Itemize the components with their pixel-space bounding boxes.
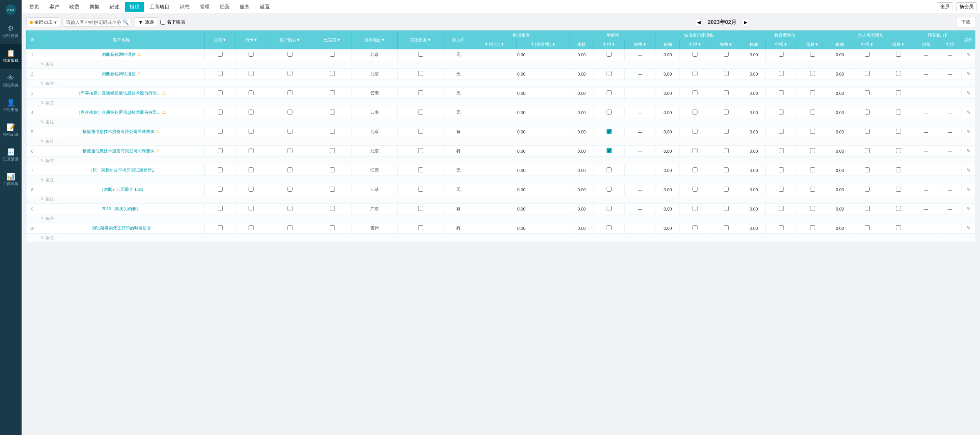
name-table-checkbox-label[interactable]: 名下账表	[160, 19, 185, 25]
edit-icon[interactable]: ✎	[967, 110, 971, 115]
customer-name-link[interactable]: 畅捷通信息技术股份有限公司民珠测试	[82, 129, 155, 134]
confirm-checkbox[interactable]	[287, 90, 292, 95]
edit-icon[interactable]: ✎	[967, 206, 971, 212]
device-checkbox[interactable]	[418, 71, 423, 76]
qingka-checkbox[interactable]	[249, 110, 254, 115]
jy-pay-checkbox[interactable]	[810, 90, 815, 95]
sidebar-item-tax-records[interactable]: 📝 报税记录	[0, 118, 22, 143]
confirm-checkbox[interactable]	[287, 52, 292, 57]
cs-pay-checkbox[interactable]	[724, 129, 729, 134]
device-checkbox[interactable]	[418, 90, 423, 95]
chaoshui-checkbox[interactable]	[218, 90, 223, 95]
search-input[interactable]	[62, 18, 132, 27]
next-month-button[interactable]: ▶	[741, 18, 750, 27]
qingka-checkbox[interactable]	[249, 52, 254, 57]
chaoshui-checkbox[interactable]	[218, 129, 223, 134]
df-declare-checkbox[interactable]	[865, 148, 870, 153]
nav-accounting[interactable]: 记账	[105, 2, 124, 12]
nav-invoice[interactable]: 票据	[85, 2, 104, 12]
customer-name-link[interactable]: 测试斯春的凭证打印的时候是否	[92, 226, 151, 230]
nav-message[interactable]: 消息	[175, 2, 194, 12]
cs-pay-checkbox[interactable]	[724, 225, 729, 230]
customer-name-link[interactable]: 勿删新锐网络通信	[102, 52, 136, 57]
cs-declare-checkbox[interactable]	[693, 110, 698, 115]
df-pay-checkbox[interactable]	[896, 187, 901, 192]
paid-checkbox[interactable]	[330, 52, 335, 57]
jy-pay-checkbox[interactable]	[810, 71, 815, 76]
customer-name-link[interactable]: （勿删）江西股金-LSS	[99, 187, 143, 192]
jy-pay-checkbox[interactable]	[810, 148, 815, 153]
cs-declare-checkbox[interactable]	[693, 206, 698, 211]
df-declare-checkbox[interactable]	[865, 90, 870, 95]
paid-checkbox[interactable]	[330, 225, 335, 230]
confirm-checkbox[interactable]	[287, 167, 292, 172]
qingka-checkbox[interactable]	[249, 187, 254, 192]
cs-pay-checkbox[interactable]	[724, 206, 729, 211]
nav-home[interactable]: 首页	[25, 2, 44, 12]
customer-name-link[interactable]: （原）误删勿改李艳牙测试斯套新1	[88, 168, 154, 172]
jy-declare-checkbox[interactable]	[779, 167, 784, 172]
name-table-checkbox[interactable]	[160, 20, 165, 25]
qingka-checkbox[interactable]	[249, 90, 254, 95]
edit-icon[interactable]: ✎	[967, 129, 971, 135]
table-container[interactable]: ⚙ 客户名称 抄税▼ 清卡▼ 客户确认▼ 已完税▼ 所属地区▼ 税控设备▼ 收入…	[22, 30, 980, 435]
zz-declare-checkbox[interactable]	[607, 167, 612, 172]
download-button[interactable]: 下载	[956, 17, 975, 27]
nav-operations[interactable]: 经营	[215, 2, 234, 12]
chaoshui-checkbox[interactable]	[218, 110, 223, 115]
sidebar-item-settlement[interactable]: 🧾 汇算清缴	[0, 143, 22, 167]
device-checkbox[interactable]	[418, 187, 423, 192]
jy-declare-checkbox[interactable]	[779, 148, 784, 153]
edit-icon[interactable]: ✎	[967, 148, 971, 154]
nav-customer[interactable]: 客户	[45, 2, 64, 12]
qingka-checkbox[interactable]	[249, 206, 254, 211]
customer-name-link[interactable]: 2013（陶美另勿删）	[102, 206, 141, 211]
confirm-checkbox[interactable]	[287, 110, 292, 115]
member-button[interactable]: 畅会员	[956, 2, 977, 11]
paid-checkbox[interactable]	[330, 187, 335, 192]
cs-pay-checkbox[interactable]	[724, 71, 729, 76]
edit-icon[interactable]: ✎	[967, 90, 971, 96]
jy-declare-checkbox[interactable]	[779, 206, 784, 211]
confirm-checkbox[interactable]	[287, 148, 292, 153]
cs-pay-checkbox[interactable]	[724, 187, 729, 192]
paid-checkbox[interactable]	[330, 90, 335, 95]
chaoshui-checkbox[interactable]	[218, 148, 223, 153]
edit-icon[interactable]: ✎	[967, 167, 971, 173]
zz-declare-checkbox[interactable]	[607, 52, 612, 57]
cs-declare-checkbox[interactable]	[693, 167, 698, 172]
df-declare-checkbox[interactable]	[865, 206, 870, 211]
zz-declare-checkbox[interactable]	[607, 148, 612, 153]
confirm-checkbox[interactable]	[287, 187, 292, 192]
df-declare-checkbox[interactable]	[865, 52, 870, 57]
qingka-checkbox[interactable]	[249, 167, 254, 172]
nav-manage[interactable]: 管理	[195, 2, 214, 12]
cs-declare-checkbox[interactable]	[693, 129, 698, 134]
zz-declare-checkbox[interactable]	[607, 187, 612, 192]
zz-declare-checkbox[interactable]	[607, 110, 612, 115]
jy-declare-checkbox[interactable]	[779, 110, 784, 115]
cs-declare-checkbox[interactable]	[693, 187, 698, 192]
paid-checkbox[interactable]	[330, 206, 335, 211]
zz-declare-checkbox[interactable]	[607, 129, 612, 134]
jy-declare-checkbox[interactable]	[779, 52, 784, 57]
zz-declare-checkbox[interactable]	[607, 90, 612, 95]
df-declare-checkbox[interactable]	[865, 187, 870, 192]
df-pay-checkbox[interactable]	[896, 167, 901, 172]
cs-declare-checkbox[interactable]	[693, 148, 698, 153]
df-declare-checkbox[interactable]	[865, 129, 870, 134]
jy-pay-checkbox[interactable]	[810, 110, 815, 115]
jy-declare-checkbox[interactable]	[779, 90, 784, 95]
edit-icon[interactable]: ✎	[967, 225, 971, 231]
device-checkbox[interactable]	[418, 129, 423, 134]
jy-declare-checkbox[interactable]	[779, 225, 784, 230]
edit-icon[interactable]: ✎	[967, 71, 971, 77]
customer-name-link[interactable]: （库存核算）直播畅捷通信息技术股份有限...	[76, 110, 160, 115]
qingka-checkbox[interactable]	[249, 148, 254, 153]
edit-icon[interactable]: ✎	[967, 187, 971, 192]
qingka-checkbox[interactable]	[249, 71, 254, 76]
chaoshui-checkbox[interactable]	[218, 206, 223, 211]
df-pay-checkbox[interactable]	[896, 52, 901, 57]
customer-name-link[interactable]: 畅捷通信息技术股份有限公司民珠测试	[82, 148, 155, 153]
device-checkbox[interactable]	[418, 225, 423, 230]
